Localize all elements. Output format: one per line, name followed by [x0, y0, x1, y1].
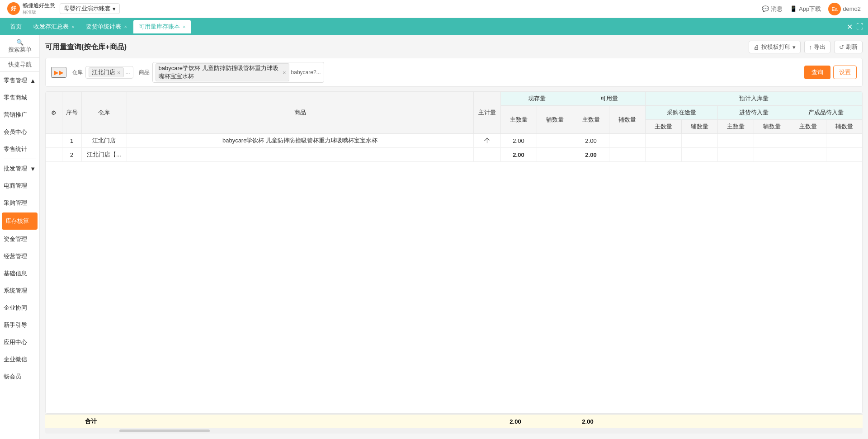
warehouse-tag-remove[interactable]: × [117, 69, 121, 76]
scrollbar-area[interactable] [45, 428, 863, 434]
mobile-icon: 📱 [790, 5, 797, 12]
sidebar-item-member[interactable]: 会员中心 [0, 123, 39, 141]
sidebar-purchase-label: 采购管理 [4, 199, 27, 207]
sidebar-item-finance[interactable]: 资金管理 [0, 231, 39, 248]
th-gear[interactable]: ⚙ [46, 92, 62, 134]
sidebar-item-ecommerce[interactable]: 电商管理 [0, 177, 39, 194]
sidebar-item-inventory[interactable]: 库存核算 [2, 212, 38, 230]
row2-inbound-main [717, 148, 754, 162]
setting-btn[interactable]: 设置 [833, 66, 857, 79]
org-selector[interactable]: 母婴行业演示账套 ▾ [60, 3, 120, 14]
top-bar: 好 畅捷通好生意 标准版 母婴行业演示账套 ▾ 💬 消息 📱 App下载 Ea … [0, 0, 868, 18]
sidebar-item-retail-mall[interactable]: 零售商城 [0, 89, 39, 106]
sidebar-item-wholesale[interactable]: 批发管理 ▼ [0, 160, 39, 177]
sidebar-guide-label: 新手引导 [4, 321, 27, 329]
print-arrow-icon: ▾ [793, 44, 796, 51]
table-row: 1 江北门店 babycare学饮杯 儿童防摔防撞吸管杯重力球吸嘴杯宝宝水杯 个… [46, 134, 862, 148]
messages-label: 消息 [771, 5, 783, 13]
sidebar-enterprise-label: 企业协同 [4, 304, 27, 312]
footer-available-main: 2.00 [570, 418, 606, 425]
row1-gear[interactable] [46, 134, 62, 148]
horizontal-scrollbar[interactable] [119, 430, 210, 432]
filter-toggle-btn[interactable]: ▶▶ [51, 67, 66, 78]
refresh-btn[interactable]: ↺ 刷新 [834, 41, 863, 53]
logo-text-block: 畅捷通好生意 标准版 [23, 2, 55, 15]
tab-orders-label: 要货单统计表 [86, 23, 121, 31]
row2-warehouse: 江北门店【... [81, 148, 127, 162]
table-row: 2 江北门店【... 2.00 2.00 [46, 148, 862, 162]
row2-inbound-aux [754, 148, 790, 162]
tab-receipts-close[interactable]: × [71, 24, 74, 29]
row1-finished-aux [826, 134, 862, 148]
sidebar-item-retail-mgmt[interactable]: 零售管理 ▲ [0, 72, 39, 89]
expand-btn[interactable]: ⛶ [856, 23, 863, 31]
warehouse-ellipsis[interactable]: ... [126, 69, 130, 76]
row2-gear[interactable] [46, 148, 62, 162]
tab-available[interactable]: 可用量库存账本 × [133, 20, 191, 33]
query-btn[interactable]: 查询 [804, 66, 830, 79]
sidebar-item-guide[interactable]: 新手引导 [0, 316, 39, 334]
sidebar-item-wechat[interactable]: 企业微信 [0, 351, 39, 368]
sidebar-marketing-label: 营销推广 [4, 111, 27, 119]
th-purchase-transit-group: 采购在途量 [645, 106, 717, 120]
print-label: 按模板打印 [761, 43, 791, 51]
sidebar-quick-nav[interactable]: 快捷导航 [0, 58, 39, 72]
logo-icon: 好 [7, 2, 20, 15]
sidebar-item-enterprise[interactable]: 企业协同 [0, 299, 39, 316]
sidebar-item-member2[interactable]: 畅会员 [0, 368, 39, 385]
messages-btn[interactable]: 💬 消息 [762, 5, 783, 13]
th-warehouse: 仓库 [81, 92, 127, 134]
row2-unit [473, 148, 500, 162]
row2-finished-aux [826, 148, 862, 162]
tab-orders-close[interactable]: × [124, 24, 127, 29]
row1-finished-main [790, 134, 826, 148]
th-inbound-aux: 辅数量 [754, 120, 790, 134]
row1-no: 1 [62, 134, 81, 148]
table-wrapper[interactable]: ⚙ 序号 仓库 商品 主计量 现存量 可用量 预计入库量 主数量 辅数量 主数量… [45, 91, 863, 414]
product-more[interactable]: babycare?... [291, 69, 321, 76]
page-title: 可用量查询(按仓库+商品) [45, 42, 127, 52]
app-download-btn[interactable]: 📱 App下载 [790, 5, 821, 13]
sidebar-item-purchase[interactable]: 采购管理 [0, 194, 39, 212]
sidebar-retail-mgmt-label: 零售管理 [4, 76, 27, 85]
th-available-group: 可用量 [573, 92, 645, 106]
th-product: 商品 [127, 92, 473, 134]
sidebar-item-retail-stats[interactable]: 零售统计 [0, 141, 39, 158]
row2-finished-main [790, 148, 826, 162]
product-input-area[interactable]: babycare学饮杯 儿童防摔防撞吸管杯重力球吸嘴杯宝宝水杯 × babyca… [152, 62, 324, 83]
product-tag: babycare学饮杯 儿童防摔防撞吸管杯重力球吸嘴杯宝宝水杯 × [156, 63, 289, 81]
sidebar: 🔍 搜索菜单 快捷导航 零售管理 ▲ 零售商城 营销推广 会员中心 零售统计 批… [0, 35, 40, 439]
tab-available-close[interactable]: × [183, 24, 185, 29]
sidebar-inventory-label: 库存核算 [5, 217, 29, 225]
top-bar-right: 💬 消息 📱 App下载 Ea demo2 [762, 3, 861, 15]
sidebar-item-system[interactable]: 系统管理 [0, 282, 39, 299]
window-controls: ✕ ⛶ [847, 23, 863, 31]
sidebar-item-operations[interactable]: 经营管理 [0, 248, 39, 265]
logo-text: 畅捷通好生意 [23, 2, 55, 9]
sidebar-item-basic[interactable]: 基础信息 [0, 265, 39, 282]
sidebar-divider-1 [4, 159, 36, 159]
sidebar-retail-stats-label: 零售统计 [4, 145, 27, 153]
search-icon: 🔍 [16, 39, 24, 46]
export-btn[interactable]: ↑ 导出 [804, 41, 831, 53]
app-download-label: App下载 [799, 5, 821, 13]
tab-receipts[interactable]: 收发存汇总表 × [28, 20, 80, 33]
footer-current-main: 2.00 [497, 418, 533, 425]
message-icon: 💬 [762, 5, 769, 12]
row1-purchase-main [645, 134, 681, 148]
tab-home[interactable]: 首页 [5, 20, 27, 33]
warehouse-input-area[interactable]: 江北门店 × ... [85, 66, 133, 79]
sidebar-search[interactable]: 🔍 搜索菜单 [0, 35, 39, 58]
print-btn[interactable]: 🖨 按模板打印 ▾ [749, 41, 801, 53]
sidebar-item-app-center[interactable]: 应用中心 [0, 334, 39, 351]
refresh-icon: ↺ [839, 44, 844, 51]
th-current-aux: 辅数量 [537, 106, 573, 134]
close-tab-btn[interactable]: ✕ [847, 23, 853, 31]
user-area[interactable]: Ea demo2 [828, 3, 861, 15]
tab-orders[interactable]: 要货单统计表 × [80, 20, 132, 33]
sidebar-item-marketing[interactable]: 营销推广 [0, 106, 39, 123]
chevron-down-icon: ▾ [113, 5, 116, 12]
warehouse-filter: 仓库 江北门店 × ... [72, 66, 133, 79]
warehouse-tag-text: 江北门店 [92, 68, 115, 76]
product-tag-remove[interactable]: × [283, 69, 286, 76]
